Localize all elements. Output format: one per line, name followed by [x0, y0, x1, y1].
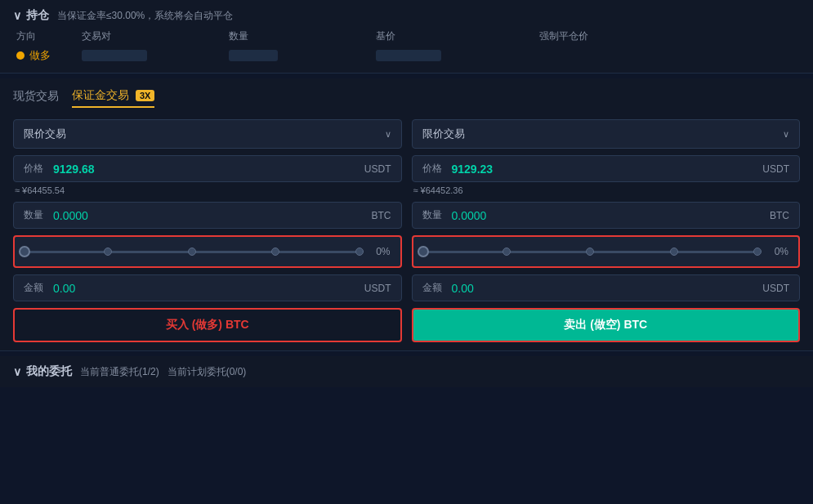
holdings-section: ∨ 持仓 当保证金率≤30.00%，系统将会自动平仓 方向 交易对 数量 基价 … [0, 0, 813, 74]
holdings-row: 做多 [13, 48, 800, 63]
sell-tick-75 [670, 248, 678, 256]
buy-price-label: 价格 [24, 162, 47, 176]
orders-section: ∨ 我的委托 当前普通委托(1/2) 当前计划委托(0/0) [0, 356, 813, 387]
long-indicator [16, 51, 25, 60]
buy-tick-75 [271, 248, 279, 256]
sell-tick-25 [503, 248, 511, 256]
buy-qty-label: 数量 [24, 208, 47, 222]
tab-margin[interactable]: 保证金交易 3X [72, 88, 154, 108]
sell-dropdown-arrow-icon: ∨ [783, 129, 789, 140]
sell-slider-track [423, 251, 758, 253]
buy-tick-25 [104, 248, 112, 256]
sell-price-field[interactable]: 价格 9129.23 USDT [412, 155, 801, 182]
buy-price-unit: USDT [364, 163, 391, 175]
sell-price-unit: USDT [762, 163, 789, 175]
orders-plan-label: 当前计划委托(0/0) [168, 365, 247, 379]
col-pair: 交易对 [82, 29, 229, 43]
buy-price-cny: ≈ ¥64455.54 [13, 185, 402, 195]
sell-price-cny: ≈ ¥64452.36 [412, 185, 801, 195]
sell-qty-label: 数量 [422, 208, 445, 222]
sell-price-value: 9129.23 [452, 163, 763, 176]
trading-panels: 限价交易 ∨ 价格 9129.68 USDT ≈ ¥64455.54 数量 0.… [13, 119, 800, 342]
buy-dropdown[interactable]: 限价交易 ∨ [13, 119, 402, 149]
col-qty: 数量 [229, 29, 376, 43]
sell-slider-percent: 0% [766, 246, 788, 257]
col-base: 基价 [376, 29, 539, 43]
tab-badge: 3X [136, 90, 154, 101]
sell-button[interactable]: 卖出 (做空) BTC [412, 308, 801, 342]
holdings-header: ∨ 持仓 当保证金率≤30.00%，系统将会自动平仓 [13, 8, 800, 23]
buy-amount-field[interactable]: 金额 0.00 USDT [13, 274, 402, 301]
holdings-warning: 当保证金率≤30.00%，系统将会自动平仓 [57, 9, 233, 23]
sell-amount-field[interactable]: 金额 0.00 USDT [412, 274, 801, 301]
sell-slider[interactable] [423, 245, 758, 258]
direction-label: 做多 [29, 48, 51, 63]
buy-amount-label: 金额 [24, 281, 47, 295]
buy-dropdown-arrow-icon: ∨ [385, 129, 391, 140]
buy-amount-value: 0.00 [53, 282, 364, 295]
buy-amount-unit: USDT [364, 283, 391, 294]
buy-panel: 限价交易 ∨ 价格 9129.68 USDT ≈ ¥64455.54 数量 0.… [13, 119, 402, 342]
buy-slider[interactable] [25, 245, 360, 258]
pair-cell [82, 50, 229, 61]
holdings-table-header: 方向 交易对 数量 基价 强制平仓价 [13, 29, 800, 43]
qty-cell [229, 50, 376, 61]
buy-button[interactable]: 买入 (做多) BTC [13, 308, 402, 342]
buy-qty-unit: BTC [372, 210, 391, 221]
sell-slider-thumb[interactable] [418, 246, 429, 257]
holdings-chevron-icon: ∨ [13, 9, 21, 22]
sell-amount-value: 0.00 [452, 282, 763, 295]
buy-price-value: 9129.68 [53, 163, 364, 176]
sell-dropdown-label: 限价交易 [422, 127, 465, 141]
buy-price-field[interactable]: 价格 9129.68 USDT [13, 155, 402, 182]
orders-header: ∨ 我的委托 当前普通委托(1/2) 当前计划委托(0/0) [13, 364, 800, 379]
orders-chevron-icon: ∨ [13, 365, 21, 378]
buy-tick-100 [355, 248, 364, 256]
direction-cell: 做多 [16, 48, 82, 63]
buy-slider-thumb[interactable] [19, 246, 30, 257]
sell-qty-field[interactable]: 数量 0.0000 BTC [412, 202, 801, 229]
col-liquidation: 强制平仓价 [539, 29, 703, 43]
buy-slider-track [25, 251, 360, 253]
tabs-row: 现货交易 保证金交易 3X [13, 88, 800, 108]
buy-tick-50 [188, 248, 196, 256]
sell-dropdown[interactable]: 限价交易 ∨ [412, 119, 801, 149]
sell-panel: 限价交易 ∨ 价格 9129.23 USDT ≈ ¥64452.36 数量 0.… [412, 119, 801, 342]
sell-tick-100 [753, 248, 762, 256]
col-direction: 方向 [16, 29, 82, 43]
sell-qty-unit: BTC [770, 210, 789, 221]
holdings-title[interactable]: ∨ 持仓 [13, 8, 49, 23]
sell-tick-50 [586, 248, 594, 256]
tab-spot[interactable]: 现货交易 [13, 89, 59, 107]
buy-qty-field[interactable]: 数量 0.0000 BTC [13, 202, 402, 229]
buy-slider-percent: 0% [368, 246, 391, 257]
sell-amount-label: 金额 [422, 281, 445, 295]
sell-price-label: 价格 [422, 162, 445, 176]
orders-title[interactable]: ∨ 我的委托 [13, 364, 72, 379]
buy-qty-value: 0.0000 [53, 209, 372, 222]
sell-slider-container[interactable]: 0% [412, 235, 801, 268]
orders-normal-label: 当前普通委托(1/2) [80, 365, 159, 379]
trading-section: 现货交易 保证金交易 3X 限价交易 ∨ 价格 9129.68 USDT ≈ ¥… [0, 78, 813, 351]
sell-amount-unit: USDT [762, 283, 789, 294]
sell-qty-value: 0.0000 [452, 209, 771, 222]
buy-dropdown-label: 限价交易 [24, 127, 66, 141]
buy-slider-container[interactable]: 0% [13, 235, 402, 268]
base-cell [376, 50, 539, 61]
